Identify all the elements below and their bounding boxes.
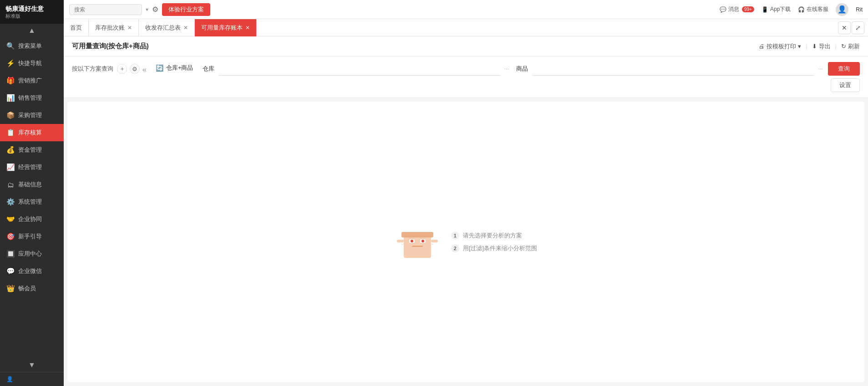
- industry-solution-button[interactable]: 体验行业方案: [162, 3, 210, 16]
- sidebar-item-system[interactable]: ⚙️ 系统管理: [0, 193, 64, 211]
- target-icon: 🎯: [6, 232, 15, 241]
- sidebar-item-purchase[interactable]: 📦 采购管理: [0, 107, 64, 124]
- sidebar-item-inventory[interactable]: 📋 库存核算: [0, 124, 64, 141]
- filter-label: 按以下方案查询: [72, 62, 113, 73]
- print-label: 按模板打印: [766, 42, 796, 51]
- tip-text-2: 用[过滤]条件来缩小分析范围: [463, 244, 537, 252]
- sidebar-item-operation[interactable]: 📈 经营管理: [0, 159, 64, 176]
- sidebar-item-wechat[interactable]: 💬 企业微信: [0, 262, 64, 280]
- tab-batch-close-icon[interactable]: ✕: [127, 25, 132, 31]
- sidebar-item-search[interactable]: 🔍 搜索菜单: [0, 37, 64, 55]
- empty-illustration: [395, 219, 440, 265]
- online-service-label: 在线客服: [807, 5, 828, 13]
- scheme-label: 仓库+商品: [166, 64, 193, 72]
- sidebar-item-label: 企业协同: [18, 215, 42, 223]
- sidebar: 畅康通好生意 标准版 ▲ 🔍 搜索菜单 ⚡ 快捷导航 🎁 营销推广 📊 销售管理…: [0, 0, 64, 386]
- svg-rect-8: [431, 240, 438, 242]
- filter-action-buttons: ＋ ⚙ «: [117, 62, 147, 74]
- tab-receipt[interactable]: 收发存汇总表 ✕: [139, 19, 195, 36]
- tab-batch[interactable]: 库存批次账 ✕: [89, 19, 139, 36]
- topbar-right: 💬 消息 99+ 📱 App下载 🎧 在线客服 👤 Rit: [720, 3, 863, 16]
- tip-number-2: 2: [451, 244, 459, 252]
- sidebar-scroll-down[interactable]: ▼: [0, 358, 64, 372]
- scheme-icon: 🔄: [156, 64, 163, 72]
- folder-icon: 🗂: [6, 181, 15, 189]
- filter-field-warehouse: 仓库 ···: [203, 62, 509, 76]
- sidebar-item-marketing[interactable]: 🎁 营销推广: [0, 72, 64, 89]
- sidebar-item-label: 经营管理: [18, 163, 42, 171]
- tip-number-1: 1: [451, 232, 459, 240]
- svg-rect-1: [401, 232, 433, 237]
- sidebar-item-label: 采购管理: [18, 111, 42, 119]
- chart-icon: 📊: [6, 94, 15, 102]
- product-more-icon[interactable]: ···: [818, 66, 822, 72]
- add-filter-button[interactable]: ＋: [117, 64, 127, 74]
- tab-available[interactable]: 可用量库存账本 ✕: [195, 19, 257, 36]
- sidebar-item-finance[interactable]: 💰 资金管理: [0, 141, 64, 159]
- sidebar-item-basic[interactable]: 🗂 基础信息: [0, 176, 64, 193]
- message-icon: 💬: [720, 6, 726, 13]
- money-icon: 💰: [6, 146, 15, 154]
- filter-scheme-warehouse-product[interactable]: 🔄 仓库+商品: [152, 62, 197, 74]
- sidebar-item-label: 搜索菜单: [18, 42, 42, 50]
- apps-icon: 🔲: [6, 250, 15, 258]
- dropdown-arrow-icon[interactable]: ▾: [146, 6, 148, 13]
- warehouse-more-icon[interactable]: ···: [504, 66, 509, 72]
- app-download-label: App下载: [770, 5, 791, 13]
- tab-receipt-close-icon[interactable]: ✕: [183, 25, 188, 31]
- filter-fields: 仓库 ··· 商品 ···: [203, 62, 823, 76]
- right-action-buttons: 查询 设置: [828, 62, 860, 92]
- sidebar-item-label: 营销推广: [18, 77, 42, 85]
- settings-filter-button[interactable]: ⚙: [130, 64, 140, 74]
- warehouse-input[interactable]: [219, 62, 501, 76]
- online-service-button[interactable]: 🎧 在线客服: [798, 5, 828, 13]
- sidebar-item-label: 销售管理: [18, 94, 42, 102]
- topbar: ▾ ⚙ 体验行业方案 💬 消息 99+ 📱 App下载 🎧 在线客服 👤 Rit: [64, 0, 868, 19]
- refresh-button[interactable]: ↻ 刷新: [841, 42, 860, 51]
- message-label: 消息: [728, 5, 739, 13]
- topbar-search-input[interactable]: [69, 4, 142, 15]
- sidebar-item-label: 库存核算: [18, 129, 42, 137]
- topbar-gear-icon[interactable]: ⚙: [152, 5, 158, 14]
- sidebar-item-member[interactable]: 👑 畅会员: [0, 280, 64, 297]
- settings-button[interactable]: 设置: [831, 78, 860, 92]
- search-icon: 🔍: [6, 42, 15, 50]
- export-button[interactable]: ⬇ 导出: [812, 42, 831, 51]
- tabs-actions: ✕ ⤢: [838, 21, 868, 34]
- empty-state: 1 请先选择要分析的方案 2 用[过滤]条件来缩小分析范围: [67, 102, 864, 382]
- sidebar-item-appcenter[interactable]: 🔲 应用中心: [0, 245, 64, 262]
- user-avatar[interactable]: 👤: [836, 3, 848, 16]
- sidebar-item-newbie[interactable]: 🎯 新手引导: [0, 228, 64, 245]
- sidebar-item-shortcut[interactable]: ⚡ 快捷导航: [0, 55, 64, 72]
- tab-batch-label: 库存批次账: [95, 24, 125, 32]
- box-icon: 📦: [6, 111, 15, 119]
- tab-home[interactable]: 首页: [64, 19, 89, 36]
- phone-icon: 📱: [761, 6, 768, 13]
- message-badge: 99+: [742, 6, 754, 12]
- sidebar-item-sales[interactable]: 📊 销售管理: [0, 89, 64, 107]
- print-dropdown-icon: ▾: [798, 43, 801, 50]
- empty-text: 1 请先选择要分析的方案 2 用[过滤]条件来缩小分析范围: [451, 232, 537, 252]
- user-icon: 👤: [6, 376, 13, 382]
- empty-tip-2: 2 用[过滤]条件来缩小分析范围: [451, 244, 537, 252]
- empty-robot-svg: [395, 219, 440, 265]
- app-download-button[interactable]: 📱 App下载: [761, 5, 791, 13]
- message-button[interactable]: 💬 消息 99+: [720, 5, 754, 13]
- main-area: ▾ ⚙ 体验行业方案 💬 消息 99+ 📱 App下载 🎧 在线客服 👤 Rit…: [64, 0, 868, 386]
- wechat-icon: 💬: [6, 267, 15, 275]
- collapse-filter-icon[interactable]: «: [142, 64, 147, 74]
- svg-point-5: [421, 240, 424, 242]
- sidebar-item-cooperation[interactable]: 🤝 企业协同: [0, 211, 64, 228]
- print-button[interactable]: 🖨 按模板打印 ▾: [759, 42, 801, 51]
- tab-home-label: 首页: [70, 24, 82, 32]
- tab-available-close-icon[interactable]: ✕: [245, 25, 250, 31]
- close-tab-button[interactable]: ✕: [838, 21, 851, 34]
- inventory-icon: 📋: [6, 129, 15, 137]
- query-button[interactable]: 查询: [828, 62, 860, 76]
- filter-area: 按以下方案查询 ＋ ⚙ « 🔄 仓库+商品: [64, 57, 868, 98]
- product-input[interactable]: [533, 62, 814, 76]
- sidebar-scroll-up[interactable]: ▲: [0, 24, 64, 37]
- expand-tab-button[interactable]: ⤢: [852, 21, 864, 34]
- sidebar-nav: 🔍 搜索菜单 ⚡ 快捷导航 🎁 营销推广 📊 销售管理 📦 采购管理 📋 库存核…: [0, 37, 64, 358]
- username-label[interactable]: Rit: [856, 6, 863, 13]
